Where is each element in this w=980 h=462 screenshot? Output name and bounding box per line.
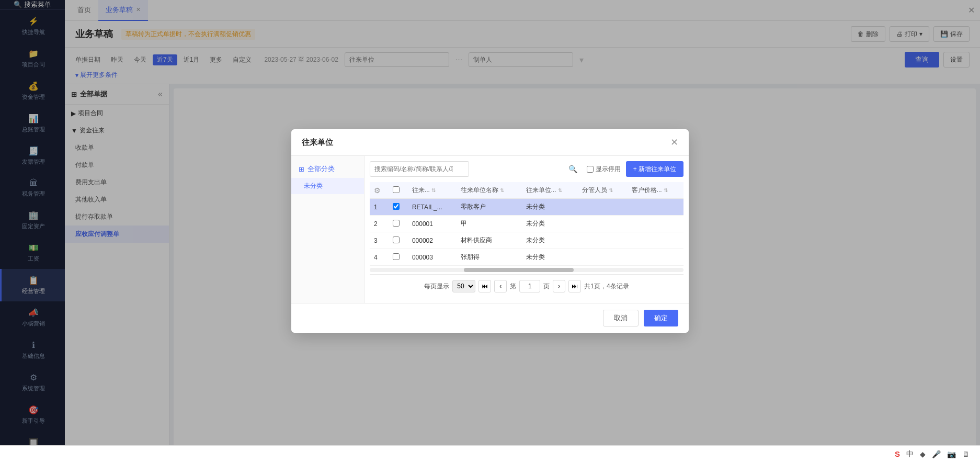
dialog-search-row: 🔍 显示停用 + 新增往来单位 xyxy=(370,161,683,177)
row-name: 张朋得 xyxy=(457,249,522,266)
row-manager xyxy=(578,232,628,249)
dialog-table-head: ⚙ 往来... ⇅ 往来单位名称 ⇅ xyxy=(370,182,683,199)
row-category: 未分类 xyxy=(522,249,578,266)
th-price: 客户价格... ⇅ xyxy=(628,182,683,199)
dialog-title: 往来单位 xyxy=(302,138,333,148)
chinese-icon[interactable]: 中 xyxy=(906,449,914,459)
th-code: 往来... ⇅ xyxy=(408,182,457,199)
camera-icon[interactable]: 📷 xyxy=(947,450,956,458)
row-checkbox xyxy=(389,199,407,216)
row-select-checkbox[interactable] xyxy=(393,253,400,260)
row-price xyxy=(628,216,683,232)
search-wrap: 🔍 xyxy=(370,161,582,177)
dialog-search-input[interactable] xyxy=(370,161,469,177)
table-row[interactable]: 4 000003 张朋得 未分类 xyxy=(370,249,683,266)
row-code: RETAIL_... xyxy=(408,199,457,216)
new-partner-button[interactable]: + 新增往来单位 xyxy=(626,161,683,177)
row-no: 3 xyxy=(370,232,389,249)
cancel-button[interactable]: 取消 xyxy=(603,310,639,326)
last-page-button[interactable]: ⏭ xyxy=(568,280,581,292)
category-unclassified[interactable]: 未分类 xyxy=(291,178,364,194)
diamond-icon[interactable]: ◆ xyxy=(920,450,926,458)
show-disabled-checkbox[interactable] xyxy=(587,166,594,173)
dialog-header: 往来单位 ✕ xyxy=(291,129,689,156)
row-price xyxy=(628,249,683,266)
row-name: 材料供应商 xyxy=(457,232,522,249)
row-manager xyxy=(578,249,628,266)
show-disabled-wrap: 显示停用 xyxy=(587,165,621,174)
th-manager: 分管人员 ⇅ xyxy=(578,182,628,199)
row-select-checkbox[interactable] xyxy=(393,220,400,227)
row-category: 未分类 xyxy=(522,199,578,216)
table-row[interactable]: 3 000002 材料供应商 未分类 xyxy=(370,232,683,249)
row-no: 2 xyxy=(370,216,389,232)
dialog-categories: ⊞ 全部分类 未分类 xyxy=(291,156,364,303)
dialog-close-button[interactable]: ✕ xyxy=(670,137,678,148)
show-disabled-label: 显示停用 xyxy=(596,165,621,174)
row-code: 000001 xyxy=(408,216,457,232)
row-select-checkbox[interactable] xyxy=(393,203,400,210)
settings-icon[interactable]: ⚙ xyxy=(374,186,381,195)
sort-icon[interactable]: ⇅ xyxy=(500,187,504,193)
th-category: 往来单位... ⇅ xyxy=(522,182,578,199)
table-header-row: ⚙ 往来... ⇅ 往来单位名称 ⇅ xyxy=(370,182,683,199)
total-info: 共1页，4条记录 xyxy=(584,282,629,291)
per-page-select[interactable]: 50 xyxy=(452,280,475,292)
dialog-table: ⚙ 往来... ⇅ 往来单位名称 ⇅ xyxy=(370,182,683,266)
row-category: 未分类 xyxy=(522,216,578,232)
dialog-footer: 取消 确定 xyxy=(291,303,689,333)
horizontal-scrollbar[interactable] xyxy=(370,268,683,272)
monitor-icon[interactable]: 🖥 xyxy=(962,450,970,458)
row-checkbox xyxy=(389,249,407,266)
th-name: 往来单位名称 ⇅ xyxy=(457,182,522,199)
row-checkbox xyxy=(389,216,407,232)
row-code: 000002 xyxy=(408,232,457,249)
row-manager xyxy=(578,199,628,216)
row-manager xyxy=(578,216,628,232)
bottom-bar: S 中 ◆ 🎤 📷 🖥 xyxy=(0,445,980,462)
sort-icon[interactable]: ⇅ xyxy=(558,187,562,193)
sort-icon[interactable]: ⇅ xyxy=(431,187,436,193)
table-row[interactable]: 2 000001 甲 未分类 xyxy=(370,216,683,232)
category-all[interactable]: ⊞ 全部分类 xyxy=(291,160,364,178)
row-name: 零散客户 xyxy=(457,199,522,216)
row-price xyxy=(628,199,683,216)
table-row[interactable]: 1 RETAIL_... 零散客户 未分类 xyxy=(370,199,683,216)
next-page-button[interactable]: › xyxy=(553,280,565,292)
grid-icon: ⊞ xyxy=(299,165,304,173)
dialog-table-body: 1 RETAIL_... 零散客户 未分类 2 xyxy=(370,199,683,266)
row-no: 1 xyxy=(370,199,389,216)
dialog-pagination: 每页显示 50 ⏮ ‹ 第 页 › ⏭ 共1页，4条记录 xyxy=(370,274,683,298)
row-category: 未分类 xyxy=(522,232,578,249)
th-checkbox xyxy=(389,182,407,199)
row-no: 4 xyxy=(370,249,389,266)
row-price xyxy=(628,232,683,249)
prev-page-button[interactable]: ‹ xyxy=(494,280,507,292)
scrollbar-thumb[interactable] xyxy=(464,268,574,272)
confirm-button[interactable]: 确定 xyxy=(644,310,678,326)
search-icon: 🔍 xyxy=(568,165,577,173)
dialog-table-scroll: ⚙ 往来... ⇅ 往来单位名称 ⇅ xyxy=(370,182,683,266)
page-label: 第 xyxy=(510,282,516,291)
row-code: 000003 xyxy=(408,249,457,266)
dialog-overlay: 往来单位 ✕ ⊞ 全部分类 未分类 🔍 xyxy=(0,0,980,462)
page-unit: 页 xyxy=(543,282,550,291)
th-settings: ⚙ xyxy=(370,182,389,199)
sort-icon[interactable]: ⇅ xyxy=(609,187,613,193)
mic-icon[interactable]: 🎤 xyxy=(932,450,941,458)
per-page-label: 每页显示 xyxy=(424,282,449,291)
partner-dialog: 往来单位 ✕ ⊞ 全部分类 未分类 🔍 xyxy=(291,129,689,333)
row-select-checkbox[interactable] xyxy=(393,236,400,243)
dialog-body: ⊞ 全部分类 未分类 🔍 显示停用 xyxy=(291,156,689,303)
dialog-right-panel: 🔍 显示停用 + 新增往来单位 ⚙ xyxy=(364,156,689,303)
first-page-button[interactable]: ⏮ xyxy=(478,280,491,292)
s-logo: S xyxy=(895,449,900,458)
page-number-input[interactable] xyxy=(519,280,540,292)
sort-icon[interactable]: ⇅ xyxy=(664,187,668,193)
row-name: 甲 xyxy=(457,216,522,232)
select-all-checkbox[interactable] xyxy=(393,186,400,193)
row-checkbox xyxy=(389,232,407,249)
